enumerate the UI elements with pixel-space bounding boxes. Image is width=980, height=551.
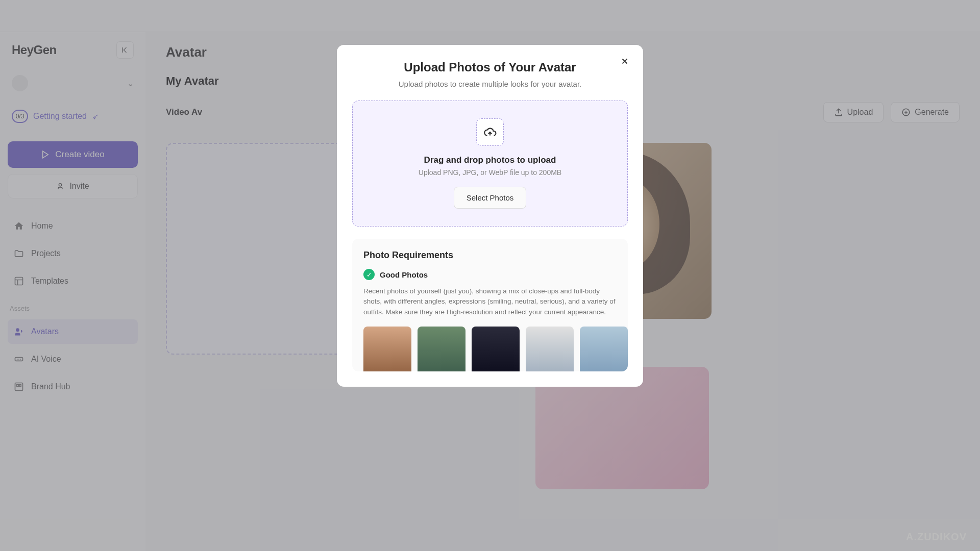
example-photo: [526, 327, 574, 371]
good-photos-label: Good Photos: [380, 270, 428, 279]
dropzone[interactable]: Drag and drop photos to upload Upload PN…: [352, 101, 628, 227]
example-photo: [472, 327, 520, 371]
dropzone-title: Drag and drop photos to upload: [363, 155, 617, 165]
modal-close-button[interactable]: [618, 54, 632, 68]
example-photo: [363, 327, 411, 371]
requirements-panel: Photo Requirements ✓ Good Photos Recent …: [352, 239, 628, 371]
watermark: A.ZUDIKOV: [906, 531, 967, 543]
requirements-description: Recent photos of yourself (just you), sh…: [363, 286, 617, 317]
upload-modal: Upload Photos of Your Avatar Upload phot…: [337, 45, 643, 387]
example-thumbnails: [363, 327, 617, 371]
modal-backdrop[interactable]: Upload Photos of Your Avatar Upload phot…: [0, 0, 980, 551]
example-photo: [418, 327, 465, 371]
modal-subtitle: Upload photos to create multiple looks f…: [352, 80, 628, 88]
requirements-title: Photo Requirements: [363, 250, 617, 261]
dropzone-hint: Upload PNG, JPG, or WebP file up to 200M…: [363, 168, 617, 177]
close-icon: [620, 57, 629, 66]
select-photos-button[interactable]: Select Photos: [454, 187, 527, 209]
cloud-upload-icon: [476, 118, 504, 146]
check-icon: ✓: [363, 269, 375, 280]
example-photo: [580, 327, 628, 371]
modal-title: Upload Photos of Your Avatar: [352, 60, 628, 74]
